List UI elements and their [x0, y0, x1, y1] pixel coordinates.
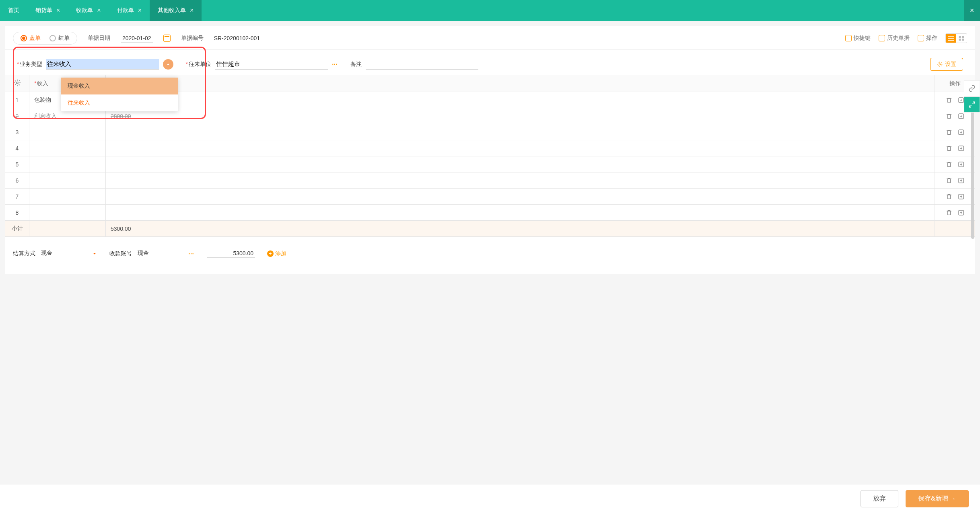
radio-blue[interactable]: 蓝单: [21, 35, 41, 42]
tab-receipt[interactable]: 收款单×: [68, 0, 109, 21]
add-button[interactable]: + 添加: [267, 250, 286, 257]
row-income[interactable]: [29, 124, 106, 140]
table-row[interactable]: 3: [5, 124, 975, 140]
row-amount[interactable]: [106, 140, 158, 156]
row-remark[interactable]: [158, 205, 935, 221]
history-button[interactable]: 历史单据: [879, 35, 910, 42]
chevron-down-icon[interactable]: [92, 251, 97, 256]
add-row-icon[interactable]: [957, 161, 965, 168]
row-remark[interactable]: [158, 92, 935, 108]
delete-icon[interactable]: [945, 209, 953, 216]
biz-type-field: *业务类型 现金收入 往来收入: [17, 59, 173, 70]
delete-icon[interactable]: [945, 96, 953, 104]
window-close-button[interactable]: ×: [964, 0, 980, 21]
row-amount[interactable]: [106, 172, 158, 189]
delete-icon[interactable]: [945, 145, 953, 152]
close-icon[interactable]: ×: [138, 7, 142, 14]
settle-value[interactable]: 现金: [39, 249, 88, 258]
tab-sales[interactable]: 销货单×: [27, 0, 68, 21]
row-amount[interactable]: [106, 156, 158, 172]
row-income[interactable]: [29, 189, 106, 205]
list-view-icon[interactable]: [946, 34, 956, 43]
add-row-icon[interactable]: [957, 209, 965, 216]
party-field: *往来单位 ⋯: [185, 59, 338, 70]
settings-button[interactable]: 设置: [930, 58, 963, 71]
dropdown-option[interactable]: 往来收入: [61, 94, 178, 111]
svg-rect-6: [962, 39, 964, 41]
tab-payment[interactable]: 付款单×: [109, 0, 150, 21]
row-income[interactable]: [29, 140, 106, 156]
amount-value[interactable]: 5300.00: [207, 249, 255, 258]
row-index: 5: [5, 156, 29, 172]
col-gear[interactable]: [5, 75, 29, 92]
close-icon[interactable]: ×: [56, 7, 60, 14]
more-icon[interactable]: ⋯: [332, 61, 338, 68]
add-row-icon[interactable]: [957, 129, 965, 136]
row-index: 2: [5, 108, 29, 124]
tab-other-income[interactable]: 其他收入单×: [150, 0, 202, 21]
add-row-icon[interactable]: [957, 193, 965, 200]
row-remark[interactable]: [158, 156, 935, 172]
dropdown-option[interactable]: 现金收入: [61, 78, 178, 94]
delete-icon[interactable]: [945, 193, 953, 200]
footer-bar: 放弃 保存&新增: [0, 484, 980, 513]
row-remark[interactable]: [158, 172, 935, 189]
delete-icon[interactable]: [945, 113, 953, 120]
delete-icon[interactable]: [945, 129, 953, 136]
row-amount[interactable]: [106, 205, 158, 221]
expand-tool-button[interactable]: [964, 96, 980, 113]
discard-button[interactable]: 放弃: [861, 490, 898, 507]
row-amount[interactable]: [106, 124, 158, 140]
table-row[interactable]: 8: [5, 205, 975, 221]
chevron-up-icon[interactable]: [163, 59, 173, 70]
svg-rect-1: [948, 38, 954, 39]
add-row-icon[interactable]: [957, 177, 965, 184]
table-row[interactable]: 5: [5, 156, 975, 172]
operations-button[interactable]: 操作: [918, 35, 937, 42]
party-label: 往来单位: [189, 61, 211, 67]
row-income[interactable]: [29, 172, 106, 189]
row-remark[interactable]: [158, 140, 935, 156]
add-row-icon[interactable]: [957, 113, 965, 120]
delete-icon[interactable]: [945, 177, 953, 184]
account-value[interactable]: 现金: [136, 249, 184, 258]
add-row-icon[interactable]: [957, 145, 965, 152]
side-tools: [964, 80, 980, 113]
tab-home[interactable]: 首页: [0, 0, 27, 21]
row-remark[interactable]: [158, 189, 935, 205]
row-remark[interactable]: [158, 108, 935, 124]
party-input[interactable]: [215, 59, 328, 70]
table-row[interactable]: 4: [5, 140, 975, 156]
remark-input[interactable]: [366, 59, 478, 70]
account-label: 收款账号: [109, 250, 132, 257]
bill-no-value: SR-20200102-001: [214, 35, 260, 41]
table-row[interactable]: 7: [5, 189, 975, 205]
biz-type-input[interactable]: [46, 59, 159, 70]
more-icon[interactable]: ⋯: [188, 250, 195, 257]
table-row[interactable]: 6: [5, 172, 975, 189]
shortcut-button[interactable]: 快捷键: [845, 35, 871, 42]
row-index: 3: [5, 124, 29, 140]
close-icon[interactable]: ×: [190, 7, 194, 14]
close-icon[interactable]: ×: [97, 7, 101, 14]
chevron-up-icon: [951, 497, 956, 501]
delete-icon[interactable]: [945, 161, 953, 168]
add-row-icon[interactable]: [957, 96, 965, 104]
row-income[interactable]: [29, 205, 106, 221]
row-income[interactable]: [29, 156, 106, 172]
vertical-scrollbar[interactable]: [971, 102, 974, 239]
row-amount[interactable]: [106, 189, 158, 205]
bill-date-value[interactable]: 2020-01-02: [121, 34, 153, 43]
settle-method-field: 结算方式 现金: [13, 249, 97, 258]
link-tool-button[interactable]: [964, 80, 980, 96]
card-view-icon[interactable]: [956, 34, 967, 43]
save-button[interactable]: 保存&新增: [906, 490, 969, 507]
row-index: 6: [5, 172, 29, 189]
plus-icon: +: [267, 250, 274, 257]
radio-red[interactable]: 红单: [49, 35, 70, 42]
view-toggle[interactable]: [945, 33, 967, 43]
calendar-icon[interactable]: [163, 35, 171, 42]
grid-icon: [918, 35, 924, 41]
row-remark[interactable]: [158, 124, 935, 140]
row-index: 8: [5, 205, 29, 221]
